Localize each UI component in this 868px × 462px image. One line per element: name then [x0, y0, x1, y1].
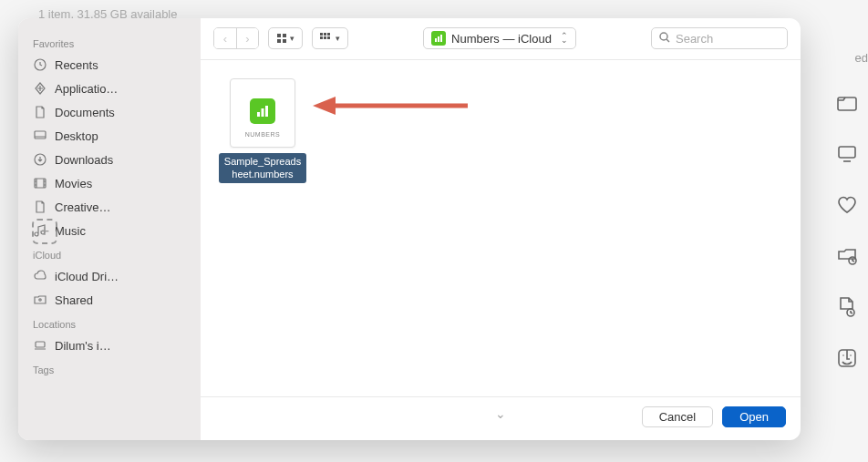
svg-marker-31 — [313, 97, 336, 115]
cloud-icon — [33, 269, 47, 283]
svg-rect-28 — [262, 108, 264, 117]
svg-rect-13 — [277, 34, 281, 37]
section-header-icloud: iCloud — [18, 242, 201, 264]
svg-rect-29 — [265, 106, 268, 117]
movie-icon — [33, 176, 47, 190]
open-button[interactable]: Open — [722, 406, 786, 427]
svg-rect-22 — [327, 36, 330, 39]
chevron-down-icon: ▾ — [336, 34, 340, 43]
sidebar-item-downloads[interactable]: Downloads — [18, 148, 201, 171]
right-toolbar — [835, 91, 859, 370]
svg-rect-8 — [35, 131, 46, 139]
sidebar-item-label: Music — [55, 224, 86, 238]
numbers-app-icon — [431, 31, 446, 46]
svg-point-26 — [660, 33, 667, 40]
desktop-icon — [33, 128, 47, 143]
open-dialog: Favorites Recents Applicatio… Documents … — [18, 18, 801, 440]
folder-recent-icon[interactable] — [835, 244, 859, 268]
search-icon — [659, 30, 670, 46]
back-button[interactable]: ‹ — [214, 28, 236, 48]
main-area: ‹ › ▾ ▾ Numbers — iCloud ⌃⌄ — [201, 18, 801, 440]
sidebar-item-label: iCloud Dri… — [55, 270, 119, 283]
svg-point-6 — [850, 354, 852, 356]
sidebar-item-label: Recents — [55, 58, 98, 72]
svg-rect-0 — [838, 98, 856, 110]
view-mode-button[interactable]: ▾ — [268, 27, 303, 49]
sidebar-item-label: Applicatio… — [55, 82, 118, 96]
svg-rect-21 — [324, 36, 326, 39]
annotation-arrow-icon — [308, 92, 472, 119]
sidebar-item-shared[interactable]: Shared — [18, 288, 201, 312]
sidebar-item-movies[interactable]: Movies — [18, 171, 201, 195]
search-box[interactable] — [651, 27, 788, 49]
file-type-label: NUMBERS — [245, 131, 281, 138]
file-recent-icon[interactable] — [835, 295, 859, 319]
sidebar-item-label: Desktop — [55, 129, 98, 143]
sidebar-item-computer[interactable]: Dilum's i… — [18, 334, 201, 357]
sidebar-item-label: Movies — [55, 177, 92, 190]
dialog-footer: ⌄ Cancel Open — [201, 396, 801, 440]
sidebar-item-creative[interactable]: Creative… — [18, 195, 201, 219]
file-item[interactable]: NUMBERS Sample_Spreadsheet.numbers — [219, 78, 306, 183]
location-label: Numbers — iCloud — [451, 32, 552, 46]
sidebar-item-label: Documents — [55, 106, 115, 119]
sidebar-item-label: Creative… — [55, 200, 110, 214]
file-browser[interactable]: NUMBERS Sample_Spreadsheet.numbers — [201, 59, 801, 396]
numbers-app-icon — [250, 98, 275, 124]
document-icon — [33, 105, 47, 119]
clock-icon — [33, 57, 47, 72]
display-icon[interactable] — [835, 142, 859, 166]
folder-icon[interactable] — [835, 91, 859, 115]
sidebar-item-icloud-drive[interactable]: iCloud Dri… — [18, 264, 201, 288]
app-grid-icon — [33, 81, 47, 96]
sidebar-item-label: Dilum's i… — [55, 339, 111, 353]
forward-button[interactable]: › — [236, 28, 258, 48]
nav-buttons: ‹ › — [213, 27, 259, 49]
svg-rect-24 — [438, 36, 439, 42]
svg-rect-25 — [440, 35, 442, 42]
finder-face-icon[interactable] — [835, 346, 859, 370]
svg-point-5 — [842, 354, 844, 356]
file-name: Sample_Spreadsheet.numbers — [219, 153, 306, 183]
sidebar-item-recents[interactable]: Recents — [18, 53, 201, 77]
svg-rect-23 — [435, 38, 437, 42]
svg-rect-15 — [277, 39, 281, 43]
sidebar-item-applications[interactable]: Applicatio… — [18, 77, 201, 100]
svg-rect-27 — [257, 112, 260, 117]
svg-rect-14 — [283, 34, 286, 37]
sidebar-item-label: Downloads — [55, 153, 113, 167]
svg-point-11 — [39, 299, 41, 301]
shared-folder-icon — [33, 293, 47, 307]
svg-rect-17 — [320, 33, 323, 36]
section-header-favorites: Favorites — [18, 31, 201, 53]
add-placeholder-icon[interactable]: + — [32, 219, 57, 244]
download-icon — [33, 152, 47, 167]
svg-rect-12 — [36, 342, 45, 347]
search-input[interactable] — [676, 32, 780, 46]
chevron-down-icon: ▾ — [290, 34, 294, 43]
group-mode-button[interactable]: ▾ — [312, 27, 348, 49]
section-header-tags: Tags — [18, 357, 201, 379]
cancel-button[interactable]: Cancel — [642, 406, 713, 427]
toolbar: ‹ › ▾ ▾ Numbers — iCloud ⌃⌄ — [201, 18, 801, 59]
laptop-icon — [33, 338, 47, 353]
section-header-locations: Locations — [18, 312, 201, 334]
location-picker[interactable]: Numbers — iCloud ⌃⌄ — [423, 27, 576, 49]
file-thumbnail: NUMBERS — [230, 78, 295, 148]
svg-rect-18 — [324, 33, 326, 36]
sidebar-item-label: Shared — [55, 293, 93, 307]
svg-rect-1 — [839, 147, 855, 158]
svg-rect-20 — [320, 36, 323, 39]
document-icon — [33, 200, 47, 214]
svg-rect-19 — [327, 33, 330, 36]
sidebar-item-desktop[interactable]: Desktop — [18, 124, 201, 148]
updown-icon: ⌃⌄ — [561, 34, 568, 43]
expand-handle-icon[interactable]: ⌄ — [495, 406, 506, 421]
svg-rect-16 — [283, 39, 286, 43]
heart-icon[interactable] — [835, 193, 859, 217]
sidebar-item-documents[interactable]: Documents — [18, 100, 201, 124]
truncated-text: ed — [855, 51, 868, 65]
